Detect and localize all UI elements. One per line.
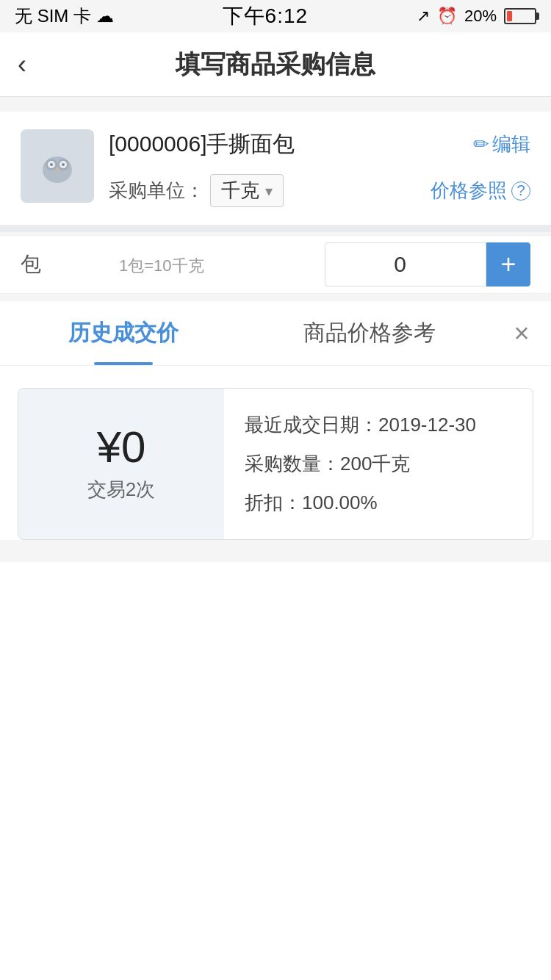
qty-detail-value: 200千克 bbox=[340, 453, 410, 475]
unit-label: 采购单位： bbox=[109, 178, 204, 203]
price-value: 0 bbox=[121, 422, 145, 472]
unit-select[interactable]: 千克 ▾ bbox=[210, 174, 284, 207]
status-time: 下午6:12 bbox=[223, 2, 309, 30]
qty-detail-label: 采购数量： bbox=[245, 453, 340, 475]
quantity-plus-button[interactable]: + bbox=[486, 242, 530, 287]
discount-row: 折扣：100.00% bbox=[245, 489, 512, 517]
back-button[interactable]: ‹ bbox=[18, 49, 26, 80]
quantity-unit-label: 包 bbox=[21, 251, 109, 278]
product-thumbnail bbox=[21, 129, 94, 203]
product-image-icon bbox=[35, 144, 79, 188]
svg-point-6 bbox=[62, 163, 65, 166]
price-amount: ¥0 bbox=[97, 425, 146, 469]
product-info: [0000006]手撕面包 ✏ 编辑 采购单位： 千克 ▾ 价格参照 ? bbox=[109, 129, 530, 207]
status-left: 无 SIM 卡 ☁ bbox=[15, 4, 114, 28]
quantity-input[interactable] bbox=[325, 242, 486, 287]
edit-label: 编辑 bbox=[492, 131, 530, 157]
date-value: 2019-12-30 bbox=[378, 414, 476, 436]
product-name: [0000006]手撕面包 bbox=[109, 129, 295, 159]
tab-history-label: 历史成交价 bbox=[68, 318, 179, 348]
alarm-icon: ⏰ bbox=[437, 7, 457, 26]
purchase-quantity: 采购数量：200千克 bbox=[245, 450, 512, 478]
battery-fill bbox=[507, 11, 512, 21]
svg-point-5 bbox=[50, 163, 53, 166]
tab-product-label: 商品价格参考 bbox=[303, 318, 436, 348]
price-ref-label: 价格参照 bbox=[431, 178, 507, 203]
status-right: ↗ ⏰ 20% bbox=[417, 7, 536, 26]
last-transaction-date: 最近成交日期：2019-12-30 bbox=[245, 411, 512, 439]
discount-label: 折扣： bbox=[245, 491, 302, 514]
edit-icon: ✏ bbox=[473, 133, 489, 156]
unit-value: 千克 bbox=[221, 178, 259, 203]
bottom-content bbox=[0, 562, 551, 980]
edit-button[interactable]: ✏ 编辑 bbox=[473, 131, 530, 157]
date-label: 最近成交日期： bbox=[245, 414, 378, 436]
quantity-row: 包 1包=10千克 + bbox=[0, 235, 551, 294]
help-icon: ? bbox=[511, 181, 530, 201]
tabs-section: 历史成交价 商品价格参考 × ¥0 交易2次 最近成交日期：2019-12-30… bbox=[0, 301, 551, 540]
battery-percent: 20% bbox=[464, 7, 497, 26]
status-bar: 无 SIM 卡 ☁ 下午6:12 ↗ ⏰ 20% bbox=[0, 0, 551, 32]
tab-close-button[interactable]: × bbox=[492, 301, 551, 365]
tab-product-price[interactable]: 商品价格参考 bbox=[246, 301, 492, 365]
page-title: 填写商品采购信息 bbox=[176, 48, 375, 82]
transaction-count: 交易2次 bbox=[87, 477, 155, 502]
section-divider bbox=[0, 225, 551, 232]
tab-history-price[interactable]: 历史成交价 bbox=[0, 301, 246, 365]
location-icon: ↗ bbox=[417, 7, 430, 26]
discount-value: 100.00% bbox=[302, 491, 378, 514]
sim-label: 无 SIM 卡 ☁ bbox=[15, 4, 114, 28]
product-header: [0000006]手撕面包 ✏ 编辑 bbox=[109, 129, 530, 159]
product-unit-row: 采购单位： 千克 ▾ 价格参照 ? bbox=[109, 174, 530, 207]
quantity-hint: 1包=10千克 bbox=[119, 255, 204, 277]
currency-symbol: ¥ bbox=[97, 422, 121, 472]
price-reference-button[interactable]: 价格参照 ? bbox=[431, 178, 530, 203]
battery-icon bbox=[504, 8, 536, 24]
quantity-input-area: + bbox=[204, 242, 530, 287]
price-card-left: ¥0 交易2次 bbox=[18, 389, 224, 539]
nav-bar: ‹ 填写商品采购信息 bbox=[0, 32, 551, 97]
tabs-header: 历史成交价 商品价格参考 × bbox=[0, 301, 551, 366]
price-card-right: 最近成交日期：2019-12-30 采购数量：200千克 折扣：100.00% bbox=[224, 389, 533, 539]
product-card: [0000006]手撕面包 ✏ 编辑 采购单位： 千克 ▾ 价格参照 ? bbox=[0, 112, 551, 225]
dropdown-icon: ▾ bbox=[265, 182, 273, 200]
price-card: ¥0 交易2次 最近成交日期：2019-12-30 采购数量：200千克 折扣：… bbox=[18, 388, 533, 540]
